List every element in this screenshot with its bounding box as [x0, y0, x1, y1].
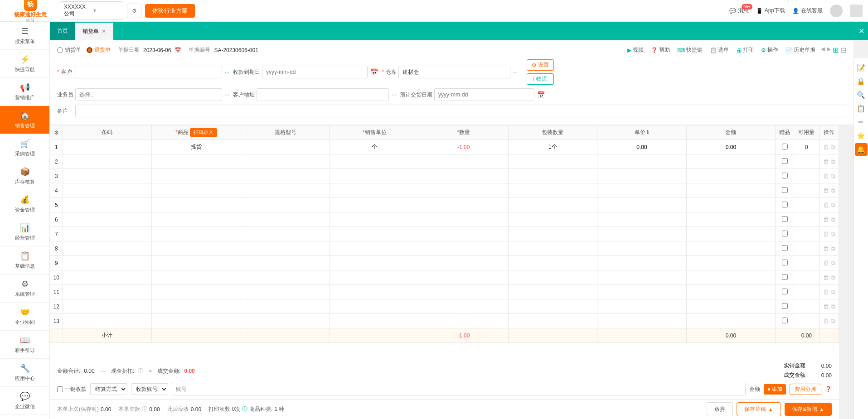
barcode-input[interactable]: [65, 159, 150, 165]
spec-input[interactable]: [243, 231, 328, 237]
cell-price[interactable]: [597, 212, 687, 227]
cell-unit[interactable]: [330, 241, 419, 256]
cell-qty[interactable]: [419, 169, 508, 183]
delete-row-icon[interactable]: 🗑: [823, 289, 829, 295]
cell-gift[interactable]: [776, 241, 794, 256]
amount-input[interactable]: [689, 188, 774, 194]
settings-button[interactable]: ⚙: [127, 4, 141, 18]
customer-addr-dots-icon[interactable]: ···: [392, 92, 396, 98]
cell-pkgqty[interactable]: [508, 212, 597, 227]
radio-salesorder[interactable]: 销货单: [57, 46, 81, 54]
copy-row-icon[interactable]: ⧉: [831, 187, 835, 194]
cell-spec[interactable]: [241, 198, 330, 212]
cell-amount[interactable]: [686, 299, 776, 314]
price-input[interactable]: [599, 231, 684, 237]
amount-input[interactable]: [689, 318, 774, 324]
cell-price[interactable]: [597, 154, 687, 169]
date-calendar-icon[interactable]: 📅: [175, 47, 181, 53]
gift-checkbox[interactable]: [782, 274, 788, 280]
cell-amount[interactable]: [686, 241, 776, 256]
cell-unit[interactable]: [330, 299, 419, 314]
cell-spec[interactable]: [241, 256, 330, 270]
amount-input[interactable]: [689, 275, 774, 281]
price-input[interactable]: [599, 318, 684, 324]
trial-button[interactable]: 体验行业方案: [145, 4, 195, 18]
scan-barcode-btn[interactable]: 扫码录入: [190, 128, 217, 137]
one-click-pay-checkbox[interactable]: [57, 386, 63, 392]
cell-unit[interactable]: [330, 227, 419, 241]
cell-qty[interactable]: [419, 212, 508, 227]
cell-pkgqty[interactable]: [508, 256, 597, 270]
user-menu[interactable]: [850, 5, 863, 17]
cell-qty[interactable]: [419, 285, 508, 299]
shortcut-btn[interactable]: ⌨ 快捷键: [675, 45, 704, 55]
customer-dots-icon[interactable]: ···: [225, 69, 229, 75]
pkgqty-input[interactable]: [510, 144, 596, 150]
cell-product[interactable]: [152, 270, 241, 285]
cell-unit[interactable]: [330, 285, 419, 299]
price-input[interactable]: [599, 303, 684, 310]
cell-barcode[interactable]: [63, 212, 152, 227]
copy-row-icon[interactable]: ⧉: [831, 245, 835, 252]
product-input[interactable]: [154, 159, 239, 165]
cell-barcode[interactable]: [63, 140, 152, 154]
cell-spec[interactable]: [241, 241, 330, 256]
settlement-select[interactable]: 结算方式: [90, 383, 127, 395]
delete-row-icon[interactable]: 🗑: [823, 187, 829, 194]
cell-barcode[interactable]: [63, 299, 152, 314]
cell-price[interactable]: [597, 198, 687, 212]
add-payment-btn[interactable]: ● 添加: [764, 384, 786, 395]
one-click-pay-check[interactable]: 一键收款: [57, 385, 87, 393]
select-btn[interactable]: 📋 选单: [708, 45, 731, 55]
prev-icon[interactable]: ◀: [821, 46, 825, 54]
cell-pkgqty[interactable]: [508, 183, 597, 198]
barcode-input[interactable]: [65, 144, 150, 150]
unit-input[interactable]: [332, 289, 417, 295]
logistics-btn[interactable]: + 物流: [527, 73, 554, 85]
cell-unit[interactable]: [330, 212, 419, 227]
gift-checkbox[interactable]: [782, 289, 788, 294]
qty-input[interactable]: [421, 260, 506, 266]
product-input[interactable]: [154, 231, 239, 237]
pkgqty-input[interactable]: [510, 188, 596, 194]
due-date-calendar-icon[interactable]: 📅: [370, 68, 378, 76]
right-icon-search[interactable]: 🔍: [855, 89, 868, 101]
sidebar-item-guide[interactable]: 📖 新手引导: [0, 331, 49, 359]
product-input[interactable]: [154, 202, 239, 208]
radio-return-input[interactable]: [87, 47, 92, 53]
pkgqty-input[interactable]: [510, 217, 596, 223]
cell-price[interactable]: [597, 227, 687, 241]
cell-spec[interactable]: [241, 314, 330, 328]
cell-gift[interactable]: [776, 270, 794, 285]
barcode-input[interactable]: [65, 246, 150, 252]
delete-row-icon[interactable]: 🗑: [823, 144, 829, 150]
help-btn[interactable]: ❓ 帮助: [649, 45, 672, 55]
cell-qty[interactable]: [419, 198, 508, 212]
qty-input[interactable]: [421, 159, 506, 165]
cell-unit[interactable]: [330, 256, 419, 270]
gift-checkbox[interactable]: [782, 303, 788, 309]
copy-row-icon[interactable]: ⧉: [831, 216, 835, 223]
delete-row-icon[interactable]: 🗑: [823, 274, 829, 281]
qty-input[interactable]: [421, 318, 506, 324]
product-type-icon[interactable]: ⓘ: [242, 405, 247, 413]
cell-product[interactable]: [152, 140, 241, 154]
cell-price[interactable]: [597, 169, 687, 183]
product-input[interactable]: [154, 275, 239, 281]
cell-qty[interactable]: [419, 140, 508, 154]
account-select[interactable]: 收款账号: [131, 383, 168, 395]
unit-input[interactable]: [332, 188, 417, 194]
copy-row-icon[interactable]: ⧉: [831, 260, 835, 267]
barcode-input[interactable]: [65, 275, 150, 281]
delete-row-icon[interactable]: 🗑: [823, 245, 829, 252]
product-input[interactable]: [154, 144, 239, 150]
price-input[interactable]: [599, 173, 684, 179]
qty-input[interactable]: [421, 246, 506, 252]
cell-qty[interactable]: [419, 241, 508, 256]
amount-input[interactable]: [689, 217, 774, 223]
account-number-input[interactable]: [172, 383, 746, 395]
gift-checkbox[interactable]: [782, 245, 788, 251]
sidebar-item-quick-nav[interactable]: ⚡ 快捷导航: [0, 50, 49, 78]
gift-checkbox[interactable]: [782, 231, 788, 236]
radio-return[interactable]: 退货单: [87, 46, 111, 54]
